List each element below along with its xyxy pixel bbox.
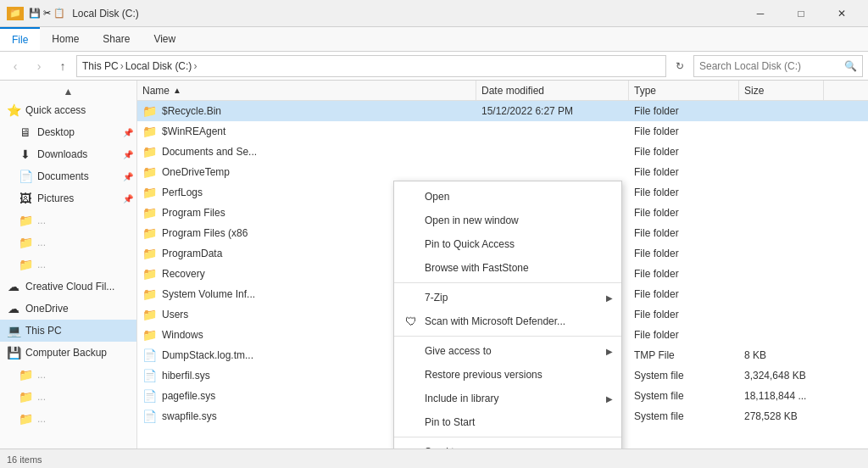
- ribbon: File Home Share View: [0, 27, 868, 52]
- refresh-button[interactable]: ↻: [670, 56, 690, 76]
- sidebar-item-pictures[interactable]: 🖼 Pictures 📌: [0, 187, 136, 209]
- extra3-icon: 📁: [19, 412, 32, 426]
- table-row[interactable]: 📁 OneDriveTemp File folder: [137, 162, 868, 182]
- sidebar-item-downloads[interactable]: ⬇ Downloads 📌: [0, 143, 136, 165]
- ctx-pin-quick-access[interactable]: Pin to Quick Access: [394, 232, 621, 256]
- this-pc-icon: 💻: [7, 324, 20, 337]
- folder-icon: 📁: [142, 206, 157, 220]
- onedrive-icon: ☁: [7, 302, 20, 315]
- sidebar-item-desktop[interactable]: 🖥 Desktop 📌: [0, 121, 136, 143]
- file-icon: 📄: [142, 410, 157, 423]
- folder-icon: 📁: [142, 287, 157, 301]
- context-menu: Open Open in new window Pin to Quick Acc…: [393, 181, 622, 448]
- sidebar-item-creative-cloud[interactable]: ☁ Creative Cloud Fil...: [0, 276, 136, 298]
- sidebar-item-documents[interactable]: 📄 Documents 📌: [0, 165, 136, 187]
- send-to-icon: [404, 445, 418, 448]
- search-input[interactable]: [699, 60, 841, 72]
- ctx-include-library[interactable]: Include in library: [394, 387, 621, 410]
- tab-file[interactable]: File: [0, 27, 40, 51]
- access-icon: [404, 344, 418, 358]
- extra1-icon: 📁: [19, 368, 32, 382]
- folder3-icon: 📁: [19, 258, 32, 271]
- pin-icon-pic: 📌: [123, 194, 133, 203]
- folder-icon: 📁: [142, 328, 157, 342]
- desktop-icon: 🖥: [19, 125, 32, 139]
- maximize-button[interactable]: □: [782, 0, 821, 27]
- up-button[interactable]: ↑: [53, 56, 73, 76]
- browse-icon: [404, 261, 418, 275]
- library-icon: [404, 392, 418, 405]
- ctx-browse-faststone[interactable]: Browse with FastStone: [394, 256, 621, 280]
- folder1-icon: 📁: [19, 214, 32, 227]
- col-header-name[interactable]: Name ▲: [137, 81, 476, 100]
- sidebar-item-folder1[interactable]: 📁 ...: [0, 209, 136, 231]
- folder-icon: 📁: [142, 104, 157, 118]
- defender-icon: 🛡: [404, 315, 418, 328]
- pictures-icon: 🖼: [19, 192, 32, 205]
- tab-share[interactable]: Share: [91, 27, 142, 51]
- ctx-send-to[interactable]: Send to: [394, 440, 621, 448]
- minimize-button[interactable]: ─: [741, 0, 780, 27]
- ctx-separator-3: [394, 437, 621, 437]
- address-bar: ‹ › ↑ This PC › Local Disk (C:) › ↻ 🔍: [0, 52, 868, 81]
- documents-icon: 📄: [19, 170, 32, 183]
- star-icon: ⭐: [7, 103, 20, 117]
- pin-icon: 📌: [123, 128, 133, 137]
- sort-indicator: ▲: [173, 86, 181, 95]
- ctx-7zip[interactable]: 7-Zip: [394, 286, 621, 309]
- title-bar: 📁 💾 ✂ 📋 Local Disk (C:) ─ □ ✕: [0, 0, 868, 27]
- sidebar-item-folder3[interactable]: 📁 ...: [0, 254, 136, 276]
- computer-backup-icon: 💾: [7, 346, 20, 359]
- sidebar-item-extra1[interactable]: 📁 ...: [0, 364, 136, 386]
- sidebar-scroll-up[interactable]: ▲: [0, 84, 136, 99]
- extra2-icon: 📁: [19, 390, 32, 404]
- sidebar-item-quick-access[interactable]: ⭐ Quick access: [0, 99, 136, 121]
- table-row[interactable]: 📁 Documents and Se... File folder: [137, 142, 868, 162]
- sidebar-item-folder2[interactable]: 📁 ...: [0, 231, 136, 254]
- sidebar-item-onedrive[interactable]: ☁ OneDrive: [0, 298, 136, 320]
- table-row[interactable]: 📁 $WinREAgent File folder: [137, 121, 868, 142]
- title-text: Local Disk (C:): [72, 8, 139, 20]
- search-box[interactable]: 🔍: [693, 55, 863, 77]
- path-thispc: This PC: [82, 60, 119, 72]
- creative-cloud-icon: ☁: [7, 280, 20, 293]
- folder-icon: 📁: [142, 186, 157, 199]
- status-item-count: 16 items: [7, 454, 42, 465]
- col-header-type[interactable]: Type: [629, 81, 739, 100]
- sidebar: ▲ ⭐ Quick access 🖥 Desktop 📌 ⬇ Downloads…: [0, 81, 137, 448]
- open-new-window-icon: [404, 214, 418, 227]
- title-bar-icon: 📁: [7, 7, 24, 20]
- ctx-open-new-window[interactable]: Open in new window: [394, 209, 621, 232]
- ctx-open[interactable]: Open: [394, 185, 621, 209]
- folder-icon: 📁: [142, 267, 157, 281]
- folder-icon: 📁: [142, 145, 157, 159]
- col-header-size[interactable]: Size: [739, 81, 824, 100]
- back-button[interactable]: ‹: [5, 56, 25, 76]
- table-row[interactable]: 📁 $Recycle.Bin 15/12/2022 6:27 PM File f…: [137, 101, 868, 121]
- address-path[interactable]: This PC › Local Disk (C:) ›: [76, 55, 666, 77]
- pin-icon-dl: 📌: [123, 150, 133, 159]
- close-button[interactable]: ✕: [822, 0, 861, 27]
- col-header-date[interactable]: Date modified: [476, 81, 629, 100]
- file-icon: 📄: [142, 348, 157, 362]
- ctx-scan-defender[interactable]: 🛡 Scan with Microsoft Defender...: [394, 309, 621, 333]
- ctx-give-access[interactable]: Give access to: [394, 339, 621, 363]
- status-bar: 16 items: [0, 448, 868, 468]
- ctx-pin-start[interactable]: Pin to Start: [394, 410, 621, 434]
- 7zip-icon: [404, 291, 418, 304]
- tab-view[interactable]: View: [142, 27, 187, 51]
- restore-icon: [404, 368, 418, 382]
- forward-button[interactable]: ›: [29, 56, 49, 76]
- ctx-restore-previous[interactable]: Restore previous versions: [394, 363, 621, 387]
- ribbon-tab-bar: File Home Share View: [0, 27, 868, 51]
- sidebar-item-extra2[interactable]: 📁 ...: [0, 386, 136, 408]
- sidebar-item-computer-backup[interactable]: 💾 Computer Backup: [0, 342, 136, 364]
- ctx-separator-1: [394, 282, 621, 283]
- pin-start-icon: [404, 415, 418, 429]
- pin-icon-doc: 📌: [123, 172, 133, 181]
- window-controls: ─ □ ✕: [741, 0, 861, 27]
- tab-home[interactable]: Home: [40, 27, 91, 51]
- path-sep2: ›: [193, 60, 197, 72]
- sidebar-item-extra3[interactable]: 📁 ...: [0, 408, 136, 430]
- sidebar-item-this-pc[interactable]: 💻 This PC: [0, 320, 136, 342]
